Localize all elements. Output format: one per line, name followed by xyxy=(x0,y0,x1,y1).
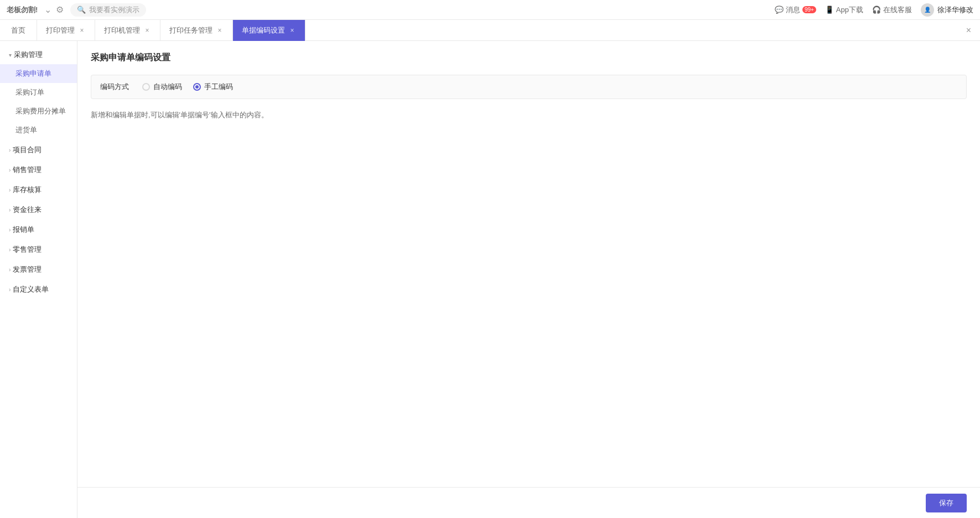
chevron-down-icon: ▾ xyxy=(9,52,12,58)
chevron-right-icon-2: › xyxy=(9,167,11,173)
sidebar-group-capital-title[interactable]: › 资金往来 xyxy=(0,200,77,219)
top-bar-icons: ⌄ ⚙ xyxy=(44,4,64,15)
sidebar-group-project-title[interactable]: › 项目合同 xyxy=(0,141,77,159)
tab-print-mgmt-label: 打印管理 xyxy=(46,25,75,35)
sidebar-group-invoice-label: 发票管理 xyxy=(13,265,42,274)
message-label: 消息 xyxy=(786,5,800,15)
sidebar-item-goods-receipt-label: 进货单 xyxy=(15,126,37,134)
sidebar-group-inventory: › 库存核算 xyxy=(0,180,77,199)
message-badge: 99+ xyxy=(802,6,816,13)
sidebar-group-invoice-title[interactable]: › 发票管理 xyxy=(0,260,77,279)
search-bar[interactable]: 🔍 我要看实例演示 xyxy=(70,3,146,17)
radio-auto-label: 自动编码 xyxy=(153,82,182,92)
tab-home-label: 首页 xyxy=(11,25,25,35)
app-label: App下载 xyxy=(836,5,863,15)
settings-icon[interactable]: ⚙ xyxy=(56,4,64,15)
tab-print-task-close[interactable]: × xyxy=(216,27,224,34)
headset-icon: 🎧 xyxy=(872,6,881,14)
tab-print-mgmt-close[interactable]: × xyxy=(78,27,86,34)
tab-printer-mgmt-label: 打印机管理 xyxy=(104,25,140,35)
sidebar-group-expense-title[interactable]: › 报销单 xyxy=(0,220,77,239)
tab-printer-mgmt[interactable]: 打印机管理 × xyxy=(95,20,160,41)
avatar: 👤 xyxy=(921,3,934,17)
logo: 老板勿割! xyxy=(7,5,38,15)
dropdown-icon[interactable]: ⌄ xyxy=(44,4,51,15)
top-bar: 老板勿割! ⌄ ⚙ 🔍 我要看实例演示 💬 消息 99+ 📱 App下载 🎧 在… xyxy=(0,0,980,20)
tab-bar-close-all[interactable]: × xyxy=(957,25,980,35)
app-download-button[interactable]: 📱 App下载 xyxy=(825,5,863,15)
sidebar-group-sales-label: 销售管理 xyxy=(13,165,42,175)
sidebar-group-purchase-label: 采购管理 xyxy=(14,50,43,60)
sidebar: ▾ 采购管理 采购申请单 采购订单 采购费用分摊单 进货单 › 项目合同 xyxy=(0,41,77,518)
sidebar-group-inventory-label: 库存核算 xyxy=(13,185,42,195)
sidebar-item-purchase-cost[interactable]: 采购费用分摊单 xyxy=(0,102,77,121)
encoding-row: 编码方式 自动编码 手工编码 xyxy=(91,75,967,99)
sidebar-group-invoice: › 发票管理 xyxy=(0,260,77,279)
footer: 保存 xyxy=(77,487,980,518)
sidebar-group-purchase-title[interactable]: ▾ 采购管理 xyxy=(0,45,77,64)
tab-bar: 首页 打印管理 × 打印机管理 × 打印任务管理 × 单据编码设置 × × xyxy=(0,20,980,41)
tab-print-task[interactable]: 打印任务管理 × xyxy=(160,20,233,41)
page-title: 采购申请单编码设置 xyxy=(91,52,967,64)
sidebar-group-capital-label: 资金往来 xyxy=(13,205,42,215)
tab-single-barcode-label: 单据编码设置 xyxy=(242,25,285,35)
main-content: 采购申请单编码设置 编码方式 自动编码 手工编码 xyxy=(77,41,980,518)
sidebar-item-purchase-request-label: 采购申请单 xyxy=(15,69,51,77)
chevron-right-icon-5: › xyxy=(9,227,11,233)
sidebar-item-purchase-request[interactable]: 采购申请单 xyxy=(0,64,77,83)
search-icon: 🔍 xyxy=(77,6,86,14)
message-icon: 💬 xyxy=(775,6,784,14)
tab-single-barcode[interactable]: 单据编码设置 × xyxy=(233,20,305,41)
sidebar-group-custom-form-title[interactable]: › 自定义表单 xyxy=(0,280,77,299)
sidebar-item-goods-receipt[interactable]: 进货单 xyxy=(0,121,77,139)
sidebar-group-expense: › 报销单 xyxy=(0,220,77,239)
sidebar-group-retail-title[interactable]: › 零售管理 xyxy=(0,240,77,259)
sidebar-group-capital: › 资金往来 xyxy=(0,200,77,219)
message-button[interactable]: 💬 消息 99+ xyxy=(775,5,816,15)
top-bar-left: 老板勿割! ⌄ ⚙ 🔍 我要看实例演示 xyxy=(7,3,146,17)
chevron-right-icon-4: › xyxy=(9,207,11,213)
radio-manual[interactable]: 手工编码 xyxy=(193,82,233,92)
sidebar-group-inventory-title[interactable]: › 库存核算 xyxy=(0,180,77,199)
tab-printer-mgmt-close[interactable]: × xyxy=(143,27,151,34)
chevron-right-icon: › xyxy=(9,147,11,153)
user-profile[interactable]: 👤 徐泽华修改 xyxy=(921,3,973,17)
sidebar-group-project: › 项目合同 xyxy=(0,141,77,159)
sidebar-item-purchase-cost-label: 采购费用分摊单 xyxy=(15,107,66,115)
sidebar-group-expense-label: 报销单 xyxy=(13,225,34,235)
sidebar-group-custom-form-label: 自定义表单 xyxy=(13,284,49,294)
tab-home[interactable]: 首页 xyxy=(0,20,37,41)
radio-auto[interactable]: 自动编码 xyxy=(142,82,182,92)
chevron-right-icon-7: › xyxy=(9,267,11,273)
chevron-right-icon-8: › xyxy=(9,287,11,293)
tab-print-mgmt[interactable]: 打印管理 × xyxy=(37,20,95,41)
online-service-button[interactable]: 🎧 在线客服 xyxy=(872,5,912,15)
radio-group: 自动编码 手工编码 xyxy=(142,82,233,92)
encoding-label: 编码方式 xyxy=(100,82,129,92)
sidebar-group-sales: › 销售管理 xyxy=(0,160,77,179)
sidebar-group-purchase: ▾ 采购管理 采购申请单 采购订单 采购费用分摊单 进货单 xyxy=(0,45,77,139)
radio-manual-label: 手工编码 xyxy=(204,82,233,92)
user-name: 徐泽华修改 xyxy=(937,5,973,15)
save-button[interactable]: 保存 xyxy=(926,494,967,512)
sidebar-group-project-label: 项目合同 xyxy=(13,145,42,155)
radio-manual-circle xyxy=(193,83,201,91)
content-area: 采购申请单编码设置 编码方式 自动编码 手工编码 xyxy=(77,41,980,487)
service-label: 在线客服 xyxy=(883,5,912,15)
chevron-right-icon-6: › xyxy=(9,247,11,253)
sidebar-group-sales-title[interactable]: › 销售管理 xyxy=(0,160,77,179)
sidebar-group-retail-label: 零售管理 xyxy=(13,245,42,255)
sidebar-item-purchase-order[interactable]: 采购订单 xyxy=(0,83,77,102)
encoding-section: 编码方式 自动编码 手工编码 新增和编辑单据时,可以编辑'单据编号'输入框中的内… xyxy=(91,75,967,122)
tab-single-barcode-close[interactable]: × xyxy=(288,27,296,34)
search-text: 我要看实例演示 xyxy=(89,5,139,15)
tab-print-task-label: 打印任务管理 xyxy=(169,25,212,35)
top-bar-right: 💬 消息 99+ 📱 App下载 🎧 在线客服 👤 徐泽华修改 xyxy=(775,3,973,17)
chevron-right-icon-3: › xyxy=(9,187,11,193)
radio-auto-circle xyxy=(142,83,150,91)
main-layout: ▾ 采购管理 采购申请单 采购订单 采购费用分摊单 进货单 › 项目合同 xyxy=(0,41,980,518)
sidebar-group-retail: › 零售管理 xyxy=(0,240,77,259)
app-icon: 📱 xyxy=(825,6,834,14)
hint-text: 新增和编辑单据时,可以编辑'单据编号'输入框中的内容。 xyxy=(91,108,967,122)
sidebar-item-purchase-order-label: 采购订单 xyxy=(15,88,44,96)
